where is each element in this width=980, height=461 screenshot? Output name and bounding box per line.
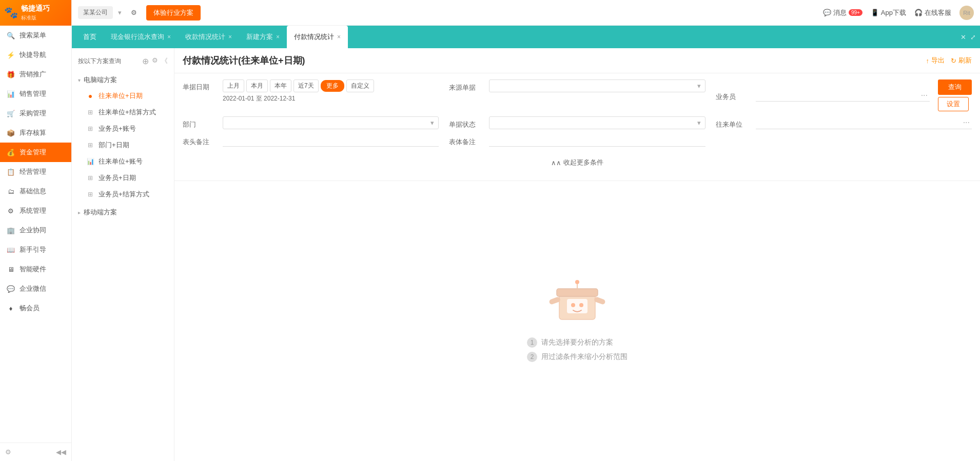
content-area: 按以下方案查询 ⊕ ⚙ 《 电脑端方案 ● 往来单位+日期 ⊞: [72, 48, 980, 461]
empty-state: 1 请先选择要分析的方案 2 用过滤条件来缩小分析范围: [174, 181, 980, 461]
settings-button[interactable]: 设置: [938, 97, 969, 111]
tab-payments-close[interactable]: ×: [337, 33, 341, 41]
scheme-item-staff-date[interactable]: ⊞ 业务员+日期: [72, 170, 174, 186]
scheme-item-unit-account[interactable]: 📊 往来单位+账号: [72, 153, 174, 170]
desktop-scheme-group: 电脑端方案 ● 往来单位+日期 ⊞ 往来单位+结算方式 ⊞ 业务员+账号 ⊞ 部…: [72, 72, 174, 203]
date-btn-7days[interactable]: 近7天: [293, 79, 319, 92]
scheme-item-dept-date[interactable]: ⊞ 部门+日期: [72, 137, 174, 153]
add-scheme-icon[interactable]: ⊕: [142, 56, 149, 66]
purchase-icon: 🛒: [6, 109, 15, 118]
trial-button[interactable]: 体验行业方案: [146, 5, 201, 21]
scheme-item-unit-settlement[interactable]: ⊞ 往来单位+结算方式: [72, 104, 174, 121]
scheme-item-staff-settlement[interactable]: ⊞ 业务员+结算方式: [72, 186, 174, 203]
tab-cash-bank[interactable]: 现金银行流水查询 ×: [104, 26, 178, 48]
doc-status-select[interactable]: [489, 116, 705, 129]
staff-input[interactable]: [756, 89, 919, 101]
topbar-gear-button[interactable]: ⚙: [127, 6, 141, 20]
sidebar-item-vip[interactable]: ♦ 畅会员: [0, 298, 71, 318]
staff-filter: 业务员 ··· 查询 设置: [716, 79, 972, 111]
export-button[interactable]: ↑ 导出: [926, 56, 945, 65]
quicknav-icon: ⚡: [6, 50, 15, 59]
scheme-panel-title: 按以下方案查询: [78, 57, 121, 66]
refresh-icon: ↻: [951, 57, 956, 65]
guide-icon: 📖: [6, 245, 15, 254]
sidebar-item-purchase[interactable]: 🛒 采购管理: [0, 104, 71, 123]
sidebar-item-enterprise[interactable]: 🏢 企业协同: [0, 221, 71, 240]
service-label: 在线客服: [925, 8, 951, 17]
message-button[interactable]: 💬 消息 99+: [823, 8, 863, 17]
sidebar-item-wechat[interactable]: 💬 企业微信: [0, 279, 71, 298]
tab-maximize-icon[interactable]: ⤢: [970, 33, 976, 41]
mobile-group-arrow: [78, 210, 81, 215]
tab-receipts-close[interactable]: ×: [228, 33, 232, 41]
sidebar-item-label: 采购管理: [19, 109, 46, 118]
sidebar-item-hardware[interactable]: 🖥 智能硬件: [0, 259, 71, 279]
scheme-table-icon: ⊞: [86, 141, 94, 149]
date-btn-more[interactable]: 更多: [321, 80, 344, 92]
page-header: 付款情况统计(往来单位+日期) ↑ 导出 ↻ 刷新: [174, 48, 980, 73]
sidebar-item-label: 企业微信: [19, 284, 46, 293]
date-btn-last-month[interactable]: 上月: [223, 79, 244, 92]
refresh-button[interactable]: ↻ 刷新: [951, 56, 972, 65]
tab-cash-bank-close[interactable]: ×: [167, 33, 171, 41]
sidebar-item-inventory[interactable]: 📦 库存核算: [0, 123, 71, 143]
scheme-label: 业务员+结算方式: [99, 190, 149, 199]
header-note-input[interactable]: [223, 134, 439, 147]
scheme-item-unit-date[interactable]: ● 往来单位+日期: [72, 88, 174, 104]
hint-text-2: 用过滤条件来缩小分析范围: [541, 352, 628, 362]
sidebar-item-sales[interactable]: 📊 销售管理: [0, 84, 71, 104]
sidebar-item-basic-info[interactable]: 🗂 基础信息: [0, 182, 71, 201]
desktop-group-title[interactable]: 电脑端方案: [72, 72, 174, 88]
sidebar-header: 🐾 畅捷通巧 标准版: [0, 0, 71, 26]
date-btn-this-month[interactable]: 本月: [246, 79, 268, 92]
sidebar-item-capital[interactable]: 💰 资金管理: [0, 143, 71, 162]
tab-home-label: 首页: [83, 32, 96, 42]
sidebar-item-label: 经营管理: [19, 167, 46, 176]
online-service-button[interactable]: 🎧 在线客服: [914, 8, 951, 17]
company-address[interactable]: 某某公司: [78, 6, 113, 19]
partner-filter-label: 往来单位: [716, 117, 752, 129]
collapse-panel-icon[interactable]: 《: [161, 56, 168, 66]
date-btn-custom[interactable]: 自定义: [346, 79, 374, 92]
tab-new-scheme-close[interactable]: ×: [276, 33, 280, 41]
tab-new-scheme[interactable]: 新建方案 ×: [239, 26, 287, 48]
sidebar-item-marketing[interactable]: 🎁 营销推广: [0, 65, 71, 84]
partner-input[interactable]: [756, 117, 961, 129]
tab-receipts[interactable]: 收款情况统计 ×: [178, 26, 239, 48]
staff-more-icon[interactable]: ···: [919, 91, 930, 100]
collapse-sidebar-icon[interactable]: ◀◀: [56, 448, 66, 456]
settings-icon[interactable]: ⚙: [5, 448, 11, 456]
tab-payments[interactable]: 付款情况统计 ×: [287, 26, 348, 48]
scheme-item-staff-account[interactable]: ⊞ 业务员+账号: [72, 121, 174, 137]
topbar-dropdown-icon[interactable]: ▾: [118, 9, 122, 16]
body-note-label: 表体备注: [449, 134, 485, 147]
query-button[interactable]: 查询: [938, 79, 972, 95]
sidebar-item-label: 系统管理: [19, 206, 46, 215]
app-name: 畅捷通巧: [21, 4, 50, 13]
settings-scheme-icon[interactable]: ⚙: [152, 56, 158, 66]
user-avatar[interactable]: Rit: [959, 6, 974, 20]
main-area: 某某公司 ▾ ⚙ 体验行业方案 💬 消息 99+ 📱 App下载 🎧 在线客服 …: [72, 0, 980, 461]
scheme-label: 往来单位+日期: [99, 91, 143, 101]
app-download-button[interactable]: 📱 App下载: [871, 8, 906, 17]
tab-close-all-icon[interactable]: ✕: [961, 33, 966, 41]
dept-filter: 部门: [183, 116, 439, 129]
sidebar-item-quicknav[interactable]: ⚡ 快捷导航: [0, 45, 71, 65]
sidebar-item-operations[interactable]: 📋 经营管理: [0, 162, 71, 182]
collapse-conditions-button[interactable]: ∧∧ 收起更多条件: [183, 155, 972, 170]
source-select[interactable]: [489, 79, 705, 92]
mobile-group-title[interactable]: 移动端方案: [72, 205, 174, 220]
sidebar-item-search[interactable]: 🔍 搜索菜单: [0, 26, 71, 45]
body-note-filter: 表体备注: [449, 134, 705, 147]
sidebar-item-system[interactable]: ⚙ 系统管理: [0, 201, 71, 221]
scheme-table-icon: ⊞: [86, 174, 94, 182]
sidebar-navigation: 🔍 搜索菜单 ⚡ 快捷导航 🎁 营销推广 📊 销售管理 🛒 采购管理 📦 库存核…: [0, 26, 71, 443]
dept-select[interactable]: [223, 116, 439, 129]
date-btn-this-year[interactable]: 本年: [270, 79, 291, 92]
body-note-input[interactable]: [489, 134, 705, 147]
sidebar-item-label: 智能硬件: [19, 265, 46, 274]
right-panel: 付款情况统计(往来单位+日期) ↑ 导出 ↻ 刷新: [174, 48, 980, 461]
partner-more-icon[interactable]: ···: [961, 118, 972, 127]
tab-home[interactable]: 首页: [76, 26, 104, 48]
sidebar-item-guide[interactable]: 📖 新手引导: [0, 240, 71, 259]
